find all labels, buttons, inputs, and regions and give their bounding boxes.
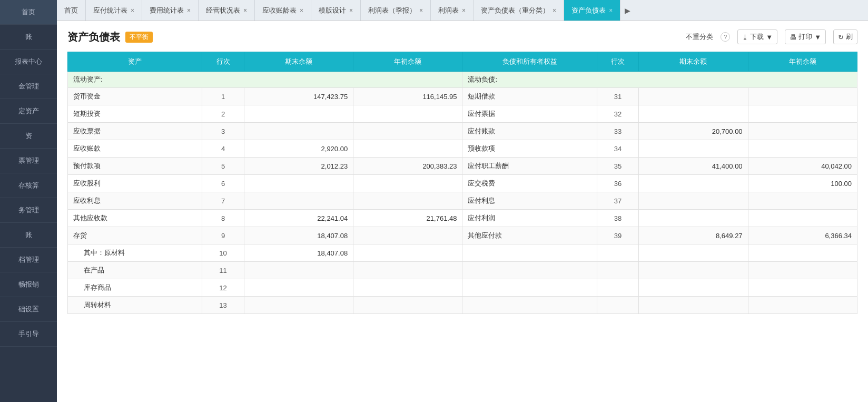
sidebar-item[interactable]: 务管理	[0, 198, 57, 223]
year-start2[interactable]: 40,042.00	[748, 158, 857, 175]
tab-close-icon[interactable]: ×	[419, 7, 423, 14]
end-balance2[interactable]	[639, 279, 748, 297]
download-button[interactable]: ⤓ 下载 ▼	[737, 30, 777, 44]
tab-close-icon[interactable]: ×	[609, 7, 613, 14]
year-start2[interactable]	[748, 262, 857, 279]
sidebar-item[interactable]: 资	[0, 124, 57, 149]
year-start[interactable]	[353, 279, 462, 297]
year-start2[interactable]	[748, 140, 857, 158]
year-start[interactable]: 200,383.23	[353, 158, 462, 175]
classify-label[interactable]: 不重分类	[686, 32, 713, 42]
tab-close-icon[interactable]: ×	[131, 7, 134, 14]
tab-close-icon[interactable]: ×	[243, 7, 247, 14]
year-start2[interactable]: 6,366.34	[748, 227, 857, 244]
sidebar-item[interactable]: 首页	[0, 0, 57, 25]
year-start[interactable]	[353, 244, 462, 262]
table-row[interactable]: 预付款项 5 2,012.23 200,383.23 应付职工薪酬 35 41,…	[68, 158, 857, 175]
end-balance[interactable]: 147,423.75	[244, 88, 353, 105]
tab-item[interactable]: 应收账龄表×	[255, 0, 311, 21]
end-balance[interactable]: 18,407.08	[244, 227, 353, 244]
sidebar-item[interactable]: 定资产	[0, 99, 57, 124]
year-start2[interactable]	[748, 88, 857, 105]
sidebar-item[interactable]: 畅报销	[0, 272, 57, 297]
table-row[interactable]: 应收账款 4 2,920.00 预收款项 34	[68, 140, 857, 158]
tab-close-icon[interactable]: ×	[300, 7, 303, 14]
table-row[interactable]: 应收利息 7 应付利息 37	[68, 192, 857, 210]
table-row[interactable]: 周转材料 13	[68, 297, 857, 314]
year-start[interactable]	[353, 227, 462, 244]
sidebar-item[interactable]: 存核算	[0, 173, 57, 198]
table-row[interactable]: 存货 9 18,407.08 其他应付款 39 8,649.27 6,366.3…	[68, 227, 857, 244]
end-balance2[interactable]	[639, 210, 748, 227]
refresh-button[interactable]: ↻ 刷	[833, 30, 857, 44]
sidebar-item[interactable]: 报表中心	[0, 50, 57, 74]
year-start[interactable]	[353, 123, 462, 140]
year-start2[interactable]	[748, 192, 857, 210]
end-balance[interactable]	[244, 279, 353, 297]
tab-close-icon[interactable]: ×	[349, 7, 353, 14]
end-balance2[interactable]	[639, 105, 748, 123]
end-balance2[interactable]: 8,649.27	[639, 227, 748, 244]
tab-item[interactable]: 利润表×	[431, 0, 474, 21]
end-balance[interactable]	[244, 105, 353, 123]
year-start2[interactable]	[748, 244, 857, 262]
help-icon[interactable]: ?	[721, 32, 730, 42]
tab-item[interactable]: 应付统计表×	[86, 0, 142, 21]
end-balance[interactable]	[244, 123, 353, 140]
end-balance[interactable]	[244, 175, 353, 192]
end-balance2[interactable]	[639, 297, 748, 314]
table-row[interactable]: 短期投资 2 应付票据 32	[68, 105, 857, 123]
end-balance[interactable]: 2,012.23	[244, 158, 353, 175]
end-balance2[interactable]: 41,400.00	[639, 158, 748, 175]
tab-item[interactable]: 资产负债表×	[564, 0, 620, 21]
tab-item[interactable]: 经营状况表×	[199, 0, 255, 21]
tab-close-icon[interactable]: ×	[462, 7, 466, 14]
end-balance[interactable]: 2,920.00	[244, 140, 353, 158]
tab-item[interactable]: 费用统计表×	[142, 0, 199, 21]
print-button[interactable]: 🖶 打印 ▼	[785, 30, 826, 44]
end-balance[interactable]	[244, 297, 353, 314]
year-start[interactable]	[353, 262, 462, 279]
tab-scroll-right[interactable]: ▶	[620, 6, 635, 15]
year-start[interactable]	[353, 297, 462, 314]
year-start2[interactable]: 100.00	[748, 175, 857, 192]
tab-item[interactable]: 利润表（季报）×	[361, 0, 431, 21]
sidebar-item[interactable]: 手引导	[0, 322, 57, 347]
tab-close-icon[interactable]: ×	[553, 7, 556, 14]
table-row[interactable]: 其他应收款 8 22,241.04 21,761.48 应付利润 38	[68, 210, 857, 227]
year-start[interactable]	[353, 140, 462, 158]
sidebar-item[interactable]: 票管理	[0, 149, 57, 173]
end-balance2[interactable]	[639, 262, 748, 279]
sidebar-item[interactable]: 础设置	[0, 297, 57, 322]
tab-item[interactable]: 首页	[57, 0, 86, 21]
end-balance[interactable]: 22,241.04	[244, 210, 353, 227]
end-balance2[interactable]	[639, 88, 748, 105]
tab-close-icon[interactable]: ×	[187, 7, 191, 14]
end-balance2[interactable]: 20,700.00	[639, 123, 748, 140]
year-start[interactable]: 116,145.95	[353, 88, 462, 105]
year-start2[interactable]	[748, 210, 857, 227]
end-balance[interactable]	[244, 262, 353, 279]
table-row[interactable]: 应收股利 6 应交税费 36 100.00	[68, 175, 857, 192]
tab-item[interactable]: 资产负债表（重分类）×	[474, 0, 564, 21]
year-start[interactable]	[353, 175, 462, 192]
tab-item[interactable]: 模版设计×	[311, 0, 361, 21]
year-start2[interactable]	[748, 105, 857, 123]
end-balance2[interactable]	[639, 140, 748, 158]
end-balance2[interactable]	[639, 244, 748, 262]
table-row[interactable]: 在产品 11	[68, 262, 857, 279]
sidebar-item[interactable]: 金管理	[0, 74, 57, 99]
year-start[interactable]: 21,761.48	[353, 210, 462, 227]
year-start2[interactable]	[748, 297, 857, 314]
end-balance2[interactable]	[639, 192, 748, 210]
table-row[interactable]: 应收票据 3 应付账款 33 20,700.00	[68, 123, 857, 140]
year-start[interactable]	[353, 192, 462, 210]
table-row[interactable]: 库存商品 12	[68, 279, 857, 297]
end-balance[interactable]: 18,407.08	[244, 244, 353, 262]
sidebar-item[interactable]: 账	[0, 223, 57, 248]
table-row[interactable]: 货币资金 1 147,423.75 116,145.95 短期借款 31	[68, 88, 857, 105]
year-start2[interactable]	[748, 279, 857, 297]
end-balance[interactable]	[244, 192, 353, 210]
sidebar-item[interactable]: 账	[0, 25, 57, 50]
year-start[interactable]	[353, 105, 462, 123]
